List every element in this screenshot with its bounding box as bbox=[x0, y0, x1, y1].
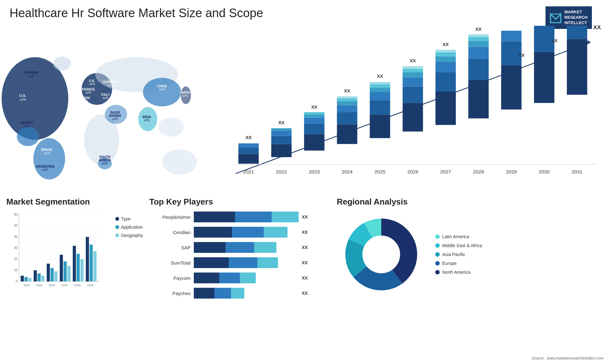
svg-rect-93 bbox=[436, 72, 456, 91]
bar-chart-section: 2021 XX 2022 XX 2023 XX 2024 XX 2025 bbox=[216, 25, 604, 197]
svg-text:2026: 2026 bbox=[407, 169, 418, 174]
svg-text:MEXICO: MEXICO bbox=[21, 121, 33, 125]
svg-point-4 bbox=[53, 57, 71, 71]
svg-text:XX: XX bbox=[551, 38, 558, 43]
bar-seg-1 bbox=[194, 242, 226, 253]
player-bar-6 bbox=[194, 288, 299, 299]
svg-text:xx%: xx% bbox=[112, 117, 118, 121]
bar-seg-2 bbox=[226, 242, 254, 253]
svg-point-166 bbox=[363, 236, 400, 273]
latin-label: Latin America bbox=[442, 234, 469, 239]
player-bar-5 bbox=[194, 273, 299, 283]
svg-rect-154 bbox=[77, 254, 80, 281]
bar-seg-3 bbox=[254, 242, 276, 253]
svg-rect-71 bbox=[337, 101, 357, 105]
player-name-4: SumTotal bbox=[149, 260, 191, 266]
svg-rect-100 bbox=[468, 80, 489, 118]
svg-text:XX: XX bbox=[518, 53, 525, 58]
svg-point-5 bbox=[33, 138, 65, 179]
player-bar-3 bbox=[194, 242, 299, 253]
svg-rect-76 bbox=[370, 114, 390, 138]
svg-text:2024: 2024 bbox=[61, 284, 68, 287]
player-name-5: Paycom bbox=[149, 275, 191, 281]
world-map-svg: CANADA xx% U.S. xx% MEXICO xx% BRAZIL xx… bbox=[0, 25, 210, 197]
map-section: CANADA xx% U.S. xx% MEXICO xx% BRAZIL xx… bbox=[0, 25, 210, 197]
app-label: Application bbox=[121, 225, 143, 230]
svg-rect-58 bbox=[271, 128, 292, 131]
svg-text:xx%: xx% bbox=[103, 96, 109, 100]
logo-text: MARKETRESEARCHINTELLECT bbox=[565, 10, 588, 26]
legend-apac: Asia Pacific bbox=[435, 252, 482, 257]
svg-rect-56 bbox=[271, 136, 292, 144]
svg-rect-149 bbox=[60, 255, 63, 281]
regional-legend: Latin America Middle East & Africa Asia … bbox=[435, 234, 482, 275]
na-label: North America bbox=[442, 270, 471, 275]
svg-text:XX: XX bbox=[311, 104, 317, 110]
mea-dot bbox=[435, 243, 440, 248]
svg-rect-103 bbox=[468, 41, 489, 47]
player-row-3: SAP XX bbox=[149, 242, 327, 253]
svg-text:xx%: xx% bbox=[182, 94, 188, 98]
key-players-section: Top Key Players PeopleAdmin XX Ceridian … bbox=[149, 197, 327, 356]
bar-seg-2 bbox=[214, 288, 231, 299]
svg-rect-110 bbox=[501, 31, 521, 42]
player-val-4: XX bbox=[302, 260, 308, 265]
svg-text:xx%: xx% bbox=[102, 162, 108, 165]
svg-text:20: 20 bbox=[14, 257, 18, 261]
svg-text:CANADA: CANADA bbox=[24, 71, 39, 74]
svg-text:2026: 2026 bbox=[87, 284, 93, 287]
svg-text:30: 30 bbox=[14, 246, 18, 250]
svg-rect-78 bbox=[370, 92, 390, 100]
seg-legend: Type Application Geography bbox=[115, 216, 143, 238]
svg-rect-92 bbox=[436, 91, 456, 125]
bar-seg-2 bbox=[219, 273, 240, 283]
svg-rect-151 bbox=[67, 266, 71, 281]
svg-rect-143 bbox=[41, 276, 44, 281]
svg-rect-142 bbox=[37, 273, 41, 281]
svg-rect-55 bbox=[271, 144, 292, 157]
bar-seg-2 bbox=[232, 227, 264, 238]
svg-text:XX: XX bbox=[475, 27, 482, 32]
svg-rect-81 bbox=[370, 82, 390, 84]
svg-rect-159 bbox=[93, 251, 97, 281]
svg-text:xx%: xx% bbox=[159, 88, 165, 91]
svg-rect-113 bbox=[534, 52, 554, 103]
svg-rect-117 bbox=[567, 39, 587, 95]
svg-rect-69 bbox=[337, 112, 357, 124]
source-label: Source : www.marketresearchintellect.com bbox=[532, 356, 604, 361]
svg-rect-96 bbox=[436, 52, 456, 56]
bar-seg-1 bbox=[194, 212, 235, 222]
svg-text:2022: 2022 bbox=[276, 169, 287, 174]
svg-rect-105 bbox=[468, 34, 489, 37]
svg-text:2021: 2021 bbox=[243, 169, 254, 174]
legend-latin: Latin America bbox=[435, 234, 482, 239]
svg-rect-141 bbox=[34, 270, 37, 281]
svg-rect-85 bbox=[403, 86, 423, 103]
player-val-6: XX bbox=[302, 291, 308, 296]
seg-legend-app: Application bbox=[115, 225, 143, 230]
bar-seg-1 bbox=[194, 257, 229, 268]
svg-rect-63 bbox=[304, 118, 324, 124]
svg-rect-77 bbox=[370, 100, 390, 114]
svg-text:xx%: xx% bbox=[82, 99, 88, 103]
player-val-3: XX bbox=[302, 245, 308, 250]
page-title: Healthcare Hr Software Market Size and S… bbox=[10, 6, 263, 20]
svg-rect-70 bbox=[337, 105, 357, 112]
svg-text:2023: 2023 bbox=[309, 169, 320, 174]
svg-text:2029: 2029 bbox=[506, 169, 517, 174]
player-val-5: XX bbox=[302, 275, 308, 280]
svg-text:2031: 2031 bbox=[572, 169, 582, 174]
bar-seg-3 bbox=[264, 227, 288, 238]
svg-rect-73 bbox=[337, 96, 357, 98]
donut-chart bbox=[337, 210, 426, 299]
svg-rect-50 bbox=[238, 154, 259, 164]
legend-na: North America bbox=[435, 270, 482, 275]
svg-rect-94 bbox=[436, 62, 456, 72]
svg-rect-89 bbox=[403, 66, 423, 69]
svg-rect-68 bbox=[337, 124, 357, 144]
segmentation-chart: 0 10 20 30 40 50 60 2021 2022 bbox=[6, 210, 102, 293]
app-dot bbox=[115, 225, 119, 229]
svg-text:xx%: xx% bbox=[24, 125, 30, 128]
player-row-6: Paychex XX bbox=[149, 288, 327, 299]
svg-text:2024: 2024 bbox=[342, 169, 353, 174]
